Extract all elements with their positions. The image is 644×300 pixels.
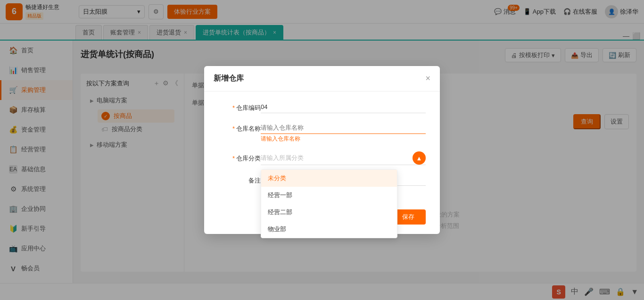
category-dropdown-list: 未分类 经营一部 经营二部 物业部 xyxy=(261,169,397,238)
modal-header: 新增仓库 × xyxy=(204,66,440,92)
code-input[interactable] xyxy=(261,101,426,113)
category-field: 请输入所属分类 ▲ 未分类 经营一部 经营二部 物业部 xyxy=(261,151,426,165)
name-field: 请输入仓库名称 xyxy=(261,122,426,143)
category-dropdown-toggle[interactable]: ▲ xyxy=(413,151,426,165)
category-select[interactable]: 请输入所属分类 xyxy=(261,151,426,165)
modal-close-button[interactable]: × xyxy=(425,74,430,83)
dropdown-item-property[interactable]: 物业部 xyxy=(261,221,397,238)
new-warehouse-modal: 新增仓库 × 仓库编码 仓库名称 请输入仓库名称 仓库分类 xyxy=(204,66,440,234)
note-label: 备注 xyxy=(218,174,261,185)
dropdown-item-dept1[interactable]: 经营一部 xyxy=(261,187,397,204)
form-row-category: 仓库分类 请输入所属分类 ▲ 未分类 经营一部 经营二部 物业部 xyxy=(218,151,426,165)
dropdown-item-dept2[interactable]: 经营二部 xyxy=(261,204,397,221)
name-label: 仓库名称 xyxy=(218,122,261,133)
modal-overlay: 新增仓库 × 仓库编码 仓库名称 请输入仓库名称 仓库分类 xyxy=(0,0,644,300)
name-input[interactable] xyxy=(261,122,426,134)
dropdown-item-unclassified[interactable]: 未分类 xyxy=(261,170,397,187)
category-placeholder: 请输入所属分类 xyxy=(261,154,304,162)
form-row-name: 仓库名称 请输入仓库名称 xyxy=(218,122,426,143)
form-row-code: 仓库编码 xyxy=(218,101,426,113)
code-label: 仓库编码 xyxy=(218,101,261,112)
name-error-msg: 请输入仓库名称 xyxy=(261,135,426,143)
modal-body: 仓库编码 仓库名称 请输入仓库名称 仓库分类 请输入所属分类 xyxy=(204,92,440,204)
code-field xyxy=(261,101,426,113)
modal-title: 新增仓库 xyxy=(214,74,244,83)
category-label: 仓库分类 xyxy=(218,151,261,163)
chevron-up-icon: ▲ xyxy=(416,155,422,162)
